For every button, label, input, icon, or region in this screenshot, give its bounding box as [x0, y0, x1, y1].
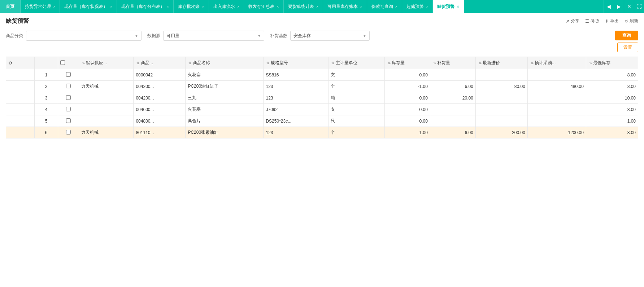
row-replenish-qty [430, 104, 475, 115]
row-spec: DS250*23c... [264, 115, 328, 127]
row-product-name: 三九 [186, 92, 264, 104]
tab-overstock[interactable]: 超储预警 × [402, 0, 433, 13]
th-est-purchase[interactable]: ⇅ 预计采购... [527, 57, 586, 69]
row-latest-price [475, 104, 527, 115]
th-min-stock[interactable]: ⇅ 最低库存 [586, 57, 638, 69]
query-button[interactable]: 查询 [615, 31, 638, 40]
table-row: 3 004200... 三九 123 箱 0.00 20.00 10.00 [6, 92, 638, 104]
settings-button[interactable]: 设置 [617, 43, 638, 52]
row-replenish-qty: 6.00 [430, 81, 475, 92]
main-content: 缺货预警 ↗ 分享 ☰ 补货 ⬇ 导出 ↺ 刷新 商品分类 [0, 13, 644, 287]
close-icon[interactable]: × [316, 4, 318, 9]
close-icon[interactable]: × [395, 4, 397, 9]
replenish-button[interactable]: ☰ 补货 [585, 18, 599, 24]
close-icon[interactable]: × [110, 4, 112, 9]
tab-inout[interactable]: 出入库流水 × [209, 0, 244, 13]
row-num: 3 [35, 92, 58, 104]
row-product-name: 离合片 [186, 115, 264, 127]
close-icon[interactable]: × [167, 4, 169, 9]
sort-icon: ⇅ [531, 61, 534, 65]
tab-scroll-left-btn[interactable]: ◀ [604, 0, 614, 13]
th-product-code[interactable]: ⇅ 商品... [134, 57, 186, 69]
tab-available[interactable]: 可用量库存账本 × [323, 0, 367, 13]
table-header-row: ⚙ ⇅ 默认供应... ⇅ 商品... ⇅ 商品名称 [6, 57, 638, 69]
close-icon[interactable]: × [277, 4, 279, 9]
row-checkbox[interactable] [66, 84, 71, 88]
th-replenish-qty[interactable]: ⇅ 补货量 [430, 57, 475, 69]
tab-close-all-btn[interactable]: ✕ [624, 0, 634, 13]
tab-batch[interactable]: 库存批次账 × [174, 0, 209, 13]
replenish-filter-group: 补货基数 安全库存 ▼ [270, 31, 370, 41]
row-num: 5 [35, 115, 58, 127]
share-button[interactable]: ↗ 分享 [566, 18, 579, 24]
tab-home[interactable]: 首页 [0, 0, 21, 13]
row-checkbox[interactable] [66, 118, 71, 123]
tab-exception[interactable]: 拣货异常处理 × [21, 0, 60, 13]
row-latest-price: 200.00 [475, 127, 527, 138]
tab-order-stat[interactable]: 要货单统计表 × [284, 0, 323, 13]
row-spec: 123 [264, 92, 328, 104]
sort-icon: ⇅ [388, 61, 391, 65]
row-product-code: 004200... [134, 81, 186, 92]
close-icon[interactable]: × [360, 4, 362, 9]
row-checkbox[interactable] [66, 95, 71, 100]
replenish-dropdown-icon: ▼ [363, 34, 366, 38]
row-checkbox[interactable] [66, 107, 71, 111]
tab-shortage[interactable]: 缺货预警 × [433, 0, 464, 13]
tab-collect[interactable]: 收发存汇总表 × [244, 0, 283, 13]
row-check[interactable] [58, 104, 79, 115]
th-latest-price[interactable]: ⇅ 最新进价 [475, 57, 527, 69]
row-stock: -1.00 [384, 81, 430, 92]
row-spec: 123 [264, 81, 328, 92]
page-title: 缺货预警 [6, 17, 29, 25]
row-check[interactable] [58, 69, 79, 81]
close-icon[interactable]: × [53, 4, 55, 9]
row-check[interactable] [58, 115, 79, 127]
row-est-purchase [527, 115, 586, 127]
tab-scroll-right-btn[interactable]: ▶ [614, 0, 624, 13]
row-est-purchase: 480.00 [527, 81, 586, 92]
gear-icon[interactable]: ⚙ [8, 61, 12, 66]
export-button[interactable]: ⬇ 导出 [605, 18, 619, 24]
th-product-name[interactable]: ⇅ 商品名称 [186, 57, 264, 69]
action-buttons: 查询 设置 [615, 31, 638, 52]
datasource-select[interactable]: 可用量 ▼ [163, 31, 264, 41]
row-check[interactable] [58, 81, 79, 92]
refresh-icon: ↺ [625, 19, 628, 24]
row-supplier [79, 115, 134, 127]
row-min-stock: 10.00 [586, 92, 638, 104]
th-gear[interactable]: ⚙ [6, 57, 35, 69]
row-check[interactable] [58, 92, 79, 104]
refresh-button[interactable]: ↺ 刷新 [625, 18, 638, 24]
tab-bar: 首页 拣货异常处理 × 现存量（库存状况表） × 现存量（库存分布表） × 库存… [0, 0, 644, 13]
category-select[interactable]: ▼ [26, 31, 142, 41]
close-icon[interactable]: × [237, 4, 239, 9]
row-num: 4 [35, 104, 58, 115]
th-unit[interactable]: ⇅ 主计量单位 [328, 57, 384, 69]
close-icon[interactable]: × [426, 4, 428, 9]
table-row: 4 004600... 火花塞 J7092 支 0.00 8.00 [6, 104, 638, 115]
th-supplier[interactable]: ⇅ 默认供应... [79, 57, 134, 69]
close-icon[interactable]: × [457, 4, 459, 9]
row-checkbox[interactable] [66, 130, 71, 134]
tab-expiry[interactable]: 保质期查询 × [367, 0, 402, 13]
tab-fullscreen-btn[interactable]: ⛶ [634, 0, 644, 13]
replenish-select[interactable]: 安全库存 ▼ [290, 31, 370, 41]
row-check[interactable] [58, 127, 79, 138]
datasource-dropdown-icon: ▼ [257, 34, 261, 38]
th-check[interactable] [58, 57, 79, 69]
row-product-name: PC200油缸缸子 [186, 81, 264, 92]
th-spec[interactable]: ⇅ 规格型号 [264, 57, 328, 69]
row-unit: 箱 [328, 92, 384, 104]
row-unit: 个 [328, 127, 384, 138]
tab-stock-dist[interactable]: 现存量（库存分布表） × [117, 0, 174, 13]
row-checkbox[interactable] [66, 72, 71, 77]
close-icon[interactable]: × [202, 4, 204, 9]
tab-stock-status[interactable]: 现存量（库存状况表） × [60, 0, 117, 13]
select-all-checkbox[interactable] [60, 60, 65, 65]
row-latest-price: 80.00 [475, 81, 527, 92]
row-product-name: 火花塞 [186, 69, 264, 81]
replenish-value: 安全库存 [293, 33, 311, 39]
th-stock[interactable]: ⇅ 库存量 [384, 57, 430, 69]
row-product-code: 004600... [134, 104, 186, 115]
